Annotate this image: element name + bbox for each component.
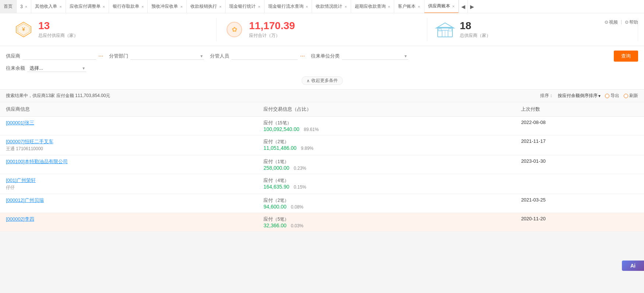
close-icon[interactable]: × [219, 4, 221, 9]
nav-tab-home[interactable]: 首页 [0, 0, 17, 13]
supplier-link[interactable]: [001]广州荣轩 [6, 177, 36, 183]
refresh-button[interactable]: 刷新 [624, 93, 638, 99]
close-icon[interactable]: × [25, 4, 27, 9]
person-input[interactable] [231, 52, 298, 60]
nav-tab-prepay-charge[interactable]: 预收冲应收单 × [148, 0, 186, 13]
sort-dropdown-icon: ▾ [598, 93, 601, 99]
payable-label: 应付 [263, 216, 273, 222]
nav-tab-customer-account[interactable]: 客户账本 × [394, 0, 424, 13]
filter-balance: 往来余额 选择... ▾ [6, 65, 86, 72]
payable-percent: 0.23% [294, 166, 306, 171]
card2-content: 11,170.39 应付合计（万） [249, 20, 295, 39]
result-bar: 搜索结果中，供应商13家 应付金额 111,703,854.00元 排序： 按应… [0, 90, 644, 102]
nav-prev-arrow[interactable]: ◀ [459, 0, 468, 13]
nav-tab-3-label: 3 [20, 4, 23, 9]
nav-tab-home-label: 首页 [4, 3, 13, 10]
nav-tab-cash-bank-flow-label: 现金银行流水查询 [268, 3, 304, 10]
store-icon [435, 19, 455, 40]
payable-label-row: 应付（2笔） [263, 138, 509, 145]
amount-row: 94,600.000.08% [263, 204, 509, 210]
category-select[interactable] [342, 52, 408, 60]
supplier-link[interactable]: [000100]本特勤油品有限公司 [6, 159, 68, 164]
card3-number: 18 [460, 20, 491, 32]
close-icon[interactable]: × [306, 4, 308, 9]
amount-row: 100,092,540.0089.61% [263, 126, 509, 132]
payable-percent: 0.03% [291, 223, 303, 228]
export-button[interactable]: 导出 [605, 93, 619, 99]
summary-bar: ¥ 13 总应付供应商（家） ✿ 11,170.39 应付合计（万） [0, 13, 644, 46]
supplier-input[interactable] [22, 52, 96, 60]
collapse-button[interactable]: ∧ 收起更多条件 [302, 76, 343, 85]
balance-filter-label: 往来余额 [6, 65, 25, 72]
balance-select[interactable]: 选择... [27, 65, 86, 72]
close-icon[interactable]: × [344, 4, 347, 9]
supplier-link[interactable]: [000002]李四 [6, 216, 34, 222]
last-payment-cell: 2021-03-25 [515, 194, 644, 213]
nav-tab-customer-account-label: 客户账本 [398, 3, 416, 10]
supplier-link[interactable]: [000012]广州贝瑞 [6, 197, 44, 203]
payable-info-cell: 应付（2笔）94,600.000.08% [258, 194, 515, 213]
close-icon[interactable]: × [388, 4, 390, 9]
sort-select[interactable]: 按应付余额倒序排序 ▾ [558, 93, 601, 99]
supplier-link[interactable]: [000001]张三 [6, 120, 34, 125]
close-icon[interactable]: × [180, 4, 182, 9]
video-link[interactable]: ⊙视频 [605, 19, 618, 25]
close-icon[interactable]: × [258, 4, 260, 9]
payable-amount: 164,635.90 [263, 184, 289, 190]
nav-tab-other-income[interactable]: 其他收入单 × [31, 0, 66, 13]
payable-label-row: 应付（4笔） [263, 177, 509, 184]
supplier-sub-text: 王通 17106110000 [6, 146, 252, 152]
nav-tab-supplier-account-label: 供应商账本 [428, 3, 450, 9]
export-radio-icon [605, 94, 609, 98]
category-select-wrap: ▾ [342, 52, 408, 60]
nav-tab-bank-deposit[interactable]: 银行存取款单 × [109, 0, 148, 13]
payable-label: 应付 [263, 197, 273, 203]
svg-rect-10 [438, 29, 441, 31]
table-row: [000012]广州贝瑞应付（2笔）94,600.000.08%2021-03-… [0, 194, 644, 213]
refresh-label: 刷新 [629, 93, 638, 99]
close-icon[interactable]: × [59, 4, 62, 9]
dept-select[interactable] [130, 52, 204, 60]
nav-tab-payable-adjust[interactable]: 应收应付调整单 × [66, 0, 109, 13]
payable-amount: 100,092,540.00 [263, 126, 299, 132]
filter-row-1: 供应商 ··· 分管部门 ▾ 分管人员 ··· 往来单位分类 [6, 51, 638, 62]
query-button[interactable]: 查询 [614, 51, 638, 62]
nav-tab-3[interactable]: 3 × [17, 0, 31, 13]
help-link[interactable]: ⊙帮助 [625, 19, 638, 25]
nav-tab-recv-stat[interactable]: 收款情况统计 × [312, 0, 351, 13]
close-icon[interactable]: × [141, 4, 144, 9]
payable-label-row: 应付（2笔） [263, 197, 509, 204]
payable-amount: 11,051,486.00 [263, 145, 297, 151]
nav-tab-overdue-query[interactable]: 超期应收款查询 × [351, 0, 394, 13]
payable-label: 应付 [263, 139, 273, 144]
close-icon[interactable]: × [418, 4, 420, 9]
svg-text:¥: ¥ [22, 26, 25, 32]
payable-count: （5笔） [273, 217, 289, 222]
payable-percent: 0.15% [294, 185, 306, 190]
close-icon[interactable]: × [103, 4, 105, 9]
collapse-bar: ∧ 收起更多条件 [6, 75, 638, 86]
payable-label: 应付 [263, 120, 273, 125]
nav-tab-supplier-account[interactable]: 供应商账本 × [424, 0, 459, 13]
supplier-filter-label: 供应商 [6, 53, 20, 59]
supplier-link[interactable]: [000007]恒旺二手叉车 [6, 139, 53, 144]
nav-tab-recv-verify[interactable]: 收款核销执行 × [187, 0, 225, 13]
category-filter-label: 往来单位分类 [311, 53, 340, 59]
person-dots-icon[interactable]: ··· [300, 53, 305, 59]
supplier-dots-icon[interactable]: ··· [98, 53, 103, 59]
balance-select-wrap: 选择... ▾ [27, 65, 86, 72]
wheat-icon: ✿ [224, 19, 245, 40]
dept-select-wrap: ▾ [130, 52, 204, 60]
nav-tab-bank-deposit-label: 银行存取款单 [113, 3, 139, 10]
close-icon[interactable]: × [452, 4, 455, 8]
nav-next-arrow[interactable]: ▶ [468, 0, 476, 13]
nav-tab-cash-bank-flow[interactable]: 现金银行流水查询 × [265, 0, 312, 13]
top-navigation: 首页 3 × 其他收入单 × 应收应付调整单 × 银行存取款单 × 预收冲应收单… [0, 0, 644, 13]
dept-filter-label: 分管部门 [109, 53, 128, 59]
amount-row: 11,051,486.009.89% [263, 145, 509, 151]
last-payment-cell: 2022-08-08 [515, 117, 644, 135]
payable-info-cell: 应付（15笔）100,092,540.0089.61% [258, 117, 515, 135]
supplier-info-cell: [000002]李四 [0, 213, 258, 232]
nav-tab-cash-bank-stat[interactable]: 现金银行统计 × [225, 0, 264, 13]
table-row: [000001]张三应付（15笔）100,092,540.0089.61%202… [0, 117, 644, 135]
